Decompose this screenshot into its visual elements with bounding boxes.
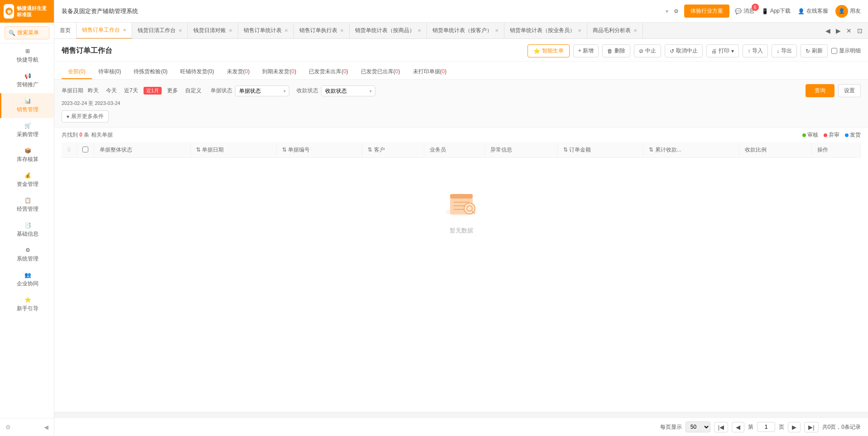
message-icon: 💬 <box>735 8 742 14</box>
svg-rect-4 <box>450 194 473 199</box>
first-page-btn[interactable]: |◀ <box>714 422 728 432</box>
sort-amount-icon[interactable]: ⇅ <box>563 147 568 153</box>
filter-collection-select[interactable]: 收款状态 <box>321 85 375 96</box>
subtab-not-printed[interactable]: 未打印单据(0) <box>407 65 453 79</box>
refresh-button[interactable]: ↻ 刷新 <box>801 44 828 57</box>
th-checkbox <box>77 142 94 158</box>
sidebar-item-marketing[interactable]: 📢 营销推广 <box>0 68 54 93</box>
cancel-action[interactable]: 弃审 <box>824 131 839 139</box>
service-icon: 👤 <box>798 8 805 14</box>
tab-sales-summary-staff[interactable]: 销货单统计表（按业务员） ✕ <box>504 23 587 39</box>
show-detail-checkbox[interactable] <box>831 48 837 54</box>
collapse-sidebar-button[interactable]: ◀ <box>42 422 50 432</box>
sidebar-item-sales[interactable]: 📊 销售管理 <box>0 93 54 118</box>
prev-page-btn[interactable]: ◀ <box>732 422 744 432</box>
topbar-message[interactable]: 💬 6 消息 <box>735 7 754 15</box>
tabbar-prev-btn[interactable]: ◀ <box>824 26 832 35</box>
tab-sales-summary-staff-close[interactable]: ✕ <box>578 28 581 33</box>
subtab-wangpu-deliver[interactable]: 旺铺待发货(0) <box>174 65 221 79</box>
settings-bottom-button[interactable]: ⚙ <box>4 422 13 432</box>
tab-sales-exec[interactable]: 销售订单执行表 ✕ <box>294 23 350 39</box>
sidebar-item-guide[interactable]: ⭐ 新手引导 <box>0 292 54 317</box>
setting-button[interactable]: 设置 <box>838 84 861 97</box>
topbar-app-download[interactable]: 📱 App下载 <box>762 7 791 15</box>
per-page-select[interactable]: 10 20 50 100 <box>686 422 710 432</box>
system-title: 装备及固定资产辅助管理系统 <box>62 7 660 15</box>
topbar-settings-icon[interactable]: ⚙ <box>674 8 679 14</box>
sort-customer-icon[interactable]: ⇅ <box>368 147 372 153</box>
money-icon: 💰 <box>24 172 31 179</box>
filter-date-more[interactable]: 更多 <box>165 86 180 95</box>
last-page-btn[interactable]: ▶| <box>804 422 818 432</box>
tab-product-margin-close[interactable]: ✕ <box>633 28 637 33</box>
sidebar-item-finance[interactable]: 💰 资金管理 <box>0 168 54 193</box>
sort-up-icon[interactable]: ⇅ <box>196 147 201 153</box>
tab-product-margin[interactable]: 商品毛利分析表 ✕ <box>587 23 643 39</box>
filter-status-select[interactable]: 单据状态 <box>235 85 289 96</box>
tab-sales-summary-customer-close[interactable]: ✕ <box>495 28 499 33</box>
tabbar-next-btn[interactable]: ▶ <box>834 26 843 35</box>
subtab-delivered-out[interactable]: 已发货已出库(0) <box>355 65 407 79</box>
sort-number-icon[interactable]: ⇅ <box>282 147 287 153</box>
tab-sales-summary-product[interactable]: 销货单统计表（按商品） ✕ <box>350 23 427 39</box>
deliver-dot <box>845 133 849 137</box>
select-all-checkbox[interactable] <box>82 147 88 152</box>
tab-sales-order[interactable]: 销售订单工作台 ✕ <box>77 23 132 39</box>
sidebar-item-purchase[interactable]: 🛒 采购管理 <box>0 118 54 143</box>
subtab-pending-check[interactable]: 待拣货检验(0) <box>127 65 174 79</box>
sidebar-item-operations[interactable]: 📋 经营管理 <box>0 193 54 218</box>
tab-sales-exec-close[interactable]: ✕ <box>340 28 344 33</box>
tab-sales-order-close[interactable]: ✕ <box>123 28 126 33</box>
filter-date-options: 昨天 今天 近7天 近1月 更多 自定义 <box>86 86 203 95</box>
tab-sales-summary-customer[interactable]: 销货单统计表（按客户） ✕ <box>427 23 504 39</box>
tab-sales-stat-label: 销售订单统计表 <box>244 27 282 34</box>
cancel-suspend-button[interactable]: ↺ 取消中止 <box>665 44 703 57</box>
subtab-overdue-not-delivered[interactable]: 到期未发货(0) <box>256 65 302 79</box>
next-page-btn[interactable]: ▶ <box>788 422 801 432</box>
tab-sales-summary-product-close[interactable]: ✕ <box>417 28 421 33</box>
sidebar-item-basic[interactable]: 📑 基础信息 <box>0 218 54 242</box>
smart-order-button[interactable]: ⭐ 智能生单 <box>528 44 570 57</box>
tabbar-expand-btn[interactable]: ⊡ <box>855 26 864 35</box>
suspend-button[interactable]: ⊘ 中止 <box>634 44 661 57</box>
filter-expand-button[interactable]: ▾ 展开更多条件 <box>62 110 109 123</box>
filter-date-today[interactable]: 今天 <box>104 86 119 95</box>
filter-date-yesterday[interactable]: 昨天 <box>86 86 101 95</box>
add-button[interactable]: + 新增 <box>573 44 599 57</box>
subtab-pending-review[interactable]: 待审核(0) <box>92 65 128 79</box>
deliver-action[interactable]: 发货 <box>845 131 861 139</box>
import-button[interactable]: ↑ 导入 <box>743 44 768 57</box>
sidebar-item-inventory[interactable]: 📦 库存核算 <box>0 143 54 168</box>
page-input[interactable] <box>757 422 775 432</box>
search-menu-button[interactable]: 🔍 搜索菜单 <box>5 26 49 39</box>
tab-cash-reconcile-close[interactable]: ✕ <box>229 28 232 33</box>
tab-sales-stat[interactable]: 销售订单统计表 ✕ <box>238 23 294 39</box>
horizontal-scrollbar[interactable] <box>54 412 868 417</box>
sort-collected-icon[interactable]: ⇅ <box>649 147 653 153</box>
tab-sales-stat-close[interactable]: ✕ <box>284 28 288 33</box>
subtab-delivered-not-out[interactable]: 已发货未出库(0) <box>302 65 355 79</box>
export-button[interactable]: ↓ 导出 <box>772 44 797 57</box>
tab-cash-daily[interactable]: 钱货日清工作台 ✕ <box>132 23 188 39</box>
sidebar-item-enterprise[interactable]: 👥 企业协同 <box>0 267 54 292</box>
show-detail-label[interactable]: 显示明细 <box>831 47 861 55</box>
logo-icon: 畅 <box>4 4 14 19</box>
tab-home[interactable]: 首页 <box>54 23 77 39</box>
tabbar-close-all-btn[interactable]: ✕ <box>844 26 854 35</box>
filter-date-1month[interactable]: 近1月 <box>144 87 162 95</box>
topbar-service[interactable]: 👤 在线客服 <box>798 7 828 15</box>
query-button[interactable]: 查询 <box>806 84 834 97</box>
product-btn[interactable]: 体验行业方案 <box>684 5 729 18</box>
sidebar-item-quick[interactable]: ⊞ 快捷导航 <box>0 43 54 68</box>
tab-cash-reconcile[interactable]: 钱货日清对账 ✕ <box>188 23 238 39</box>
subtab-not-delivered[interactable]: 未发货(0) <box>221 65 256 79</box>
filter-date-7days[interactable]: 近7天 <box>122 86 140 95</box>
sidebar-item-system[interactable]: ⚙ 系统管理 <box>0 242 54 267</box>
filter-date-custom[interactable]: 自定义 <box>183 86 203 95</box>
review-action[interactable]: 审核 <box>802 131 818 139</box>
delete-button[interactable]: 🗑 删除 <box>602 44 630 57</box>
tab-cash-daily-close[interactable]: ✕ <box>178 28 182 33</box>
print-button[interactable]: 🖨 打印 ▾ <box>706 44 739 57</box>
topbar-user[interactable]: 👤 用友 <box>835 5 861 18</box>
subtab-all[interactable]: 全部(0) <box>62 65 92 79</box>
